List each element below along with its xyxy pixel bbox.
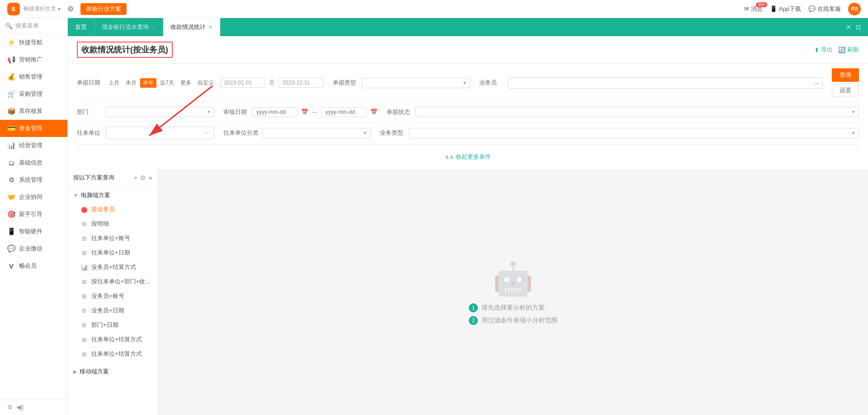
date-from-input[interactable] — [220, 78, 265, 88]
review-date-to-input[interactable] — [321, 107, 367, 117]
sidebar-item-operations[interactable]: 📊 经营管理 — [0, 137, 67, 154]
sidebar-item-guide[interactable]: 🎯 新手引导 — [0, 206, 67, 223]
scheme-item-dept-date[interactable]: ⚙ 部门+日期 — [68, 318, 158, 332]
empty-icon: 🤖 — [493, 259, 533, 298]
gear-icon[interactable]: ⚙ — [64, 3, 77, 15]
scheme-item-partner-date[interactable]: ⊞ 往来单位+日期 — [68, 245, 158, 260]
panel-collapse-icon[interactable]: « — [149, 174, 152, 181]
date-btn-custom[interactable]: 自定义 — [195, 78, 217, 88]
sidebar-item-inventory[interactable]: 📦 库存核算 — [0, 103, 67, 120]
scheme-group-desktop-title[interactable]: ▼ 电脑端方案 — [68, 189, 158, 202]
right-area: 🤖 1 请先选择要分析的方案 2 用过滤条件来缩小分析范围 — [158, 169, 868, 415]
partner-category-select[interactable]: ▾ — [262, 128, 371, 138]
scheme-item-salesperson-date[interactable]: ⚙ 业务员+日期 — [68, 303, 158, 318]
refresh-button[interactable]: 🔄 刷新 — [838, 46, 859, 54]
filter-row-1: 单据日期 上月 本月 本年 近7天 更多 自定义 至 — [77, 64, 859, 102]
online-service-button[interactable]: 💬 在线客服 — [808, 5, 841, 13]
sidebar-item-sales[interactable]: 💰 销售管理 — [0, 68, 67, 85]
scheme-item-partner-dept-collect[interactable]: ⊞ 按往来单位+部门+收... — [68, 274, 158, 289]
date-to-input[interactable] — [278, 78, 324, 88]
date-range: 至 — [220, 78, 324, 88]
empty-tips: 1 请先选择要分析的方案 2 用过滤条件来缩小分析范围 — [469, 303, 557, 325]
sidebar-bottom: ⚙ ◀‖ — [0, 399, 67, 415]
date-btn-thismonth[interactable]: 本月 — [123, 78, 139, 88]
sidebar-item-wechat[interactable]: 💬 企业微信 — [0, 240, 67, 257]
add-scheme-icon[interactable]: + — [134, 174, 137, 181]
filter-row-3: 往来单位 ··· 往来单位分类 ▾ 业务类型 — [77, 122, 859, 144]
scheme-item-salesperson-account[interactable]: ⊞ 业务员+账号 — [68, 289, 158, 303]
review-date-from-input[interactable] — [252, 107, 297, 117]
partner-select[interactable]: ··· — [106, 127, 214, 139]
sidebar-item-member[interactable]: V 畅会员 — [0, 257, 67, 274]
tab-bank-close[interactable]: ✕ — [151, 24, 156, 30]
empty-state: 🤖 1 请先选择要分析的方案 2 用过滤条件来缩小分析范围 — [158, 169, 868, 415]
date-btn-more[interactable]: 更多 — [178, 78, 194, 88]
scheme-item-partner-method[interactable]: ⊞ 往来单位+结算方式 — [68, 332, 158, 347]
settings-button[interactable]: 设置 — [832, 84, 859, 97]
top-bar-right: ✉ 99+ 消息 📱 App下载 💬 在线客服 Rit — [744, 3, 861, 15]
scheme-group-mobile-title[interactable]: ▶ 移动端方案 — [68, 365, 158, 378]
search-menu-item[interactable]: 🔍 搜索菜单 — [0, 18, 67, 34]
logo-icon: 6 — [7, 3, 20, 15]
left-panel-header: 按以下方案查询 + ⚙ « — [68, 169, 158, 187]
page-actions: ⬆ 导出 🔄 刷新 — [814, 46, 859, 54]
filter-biz-type-item: 业务类型 ▾ — [380, 128, 859, 138]
sidebar-item-hardware[interactable]: 📱 智能硬件 — [0, 223, 67, 240]
salesperson-select[interactable]: ··· — [508, 77, 823, 89]
sidebar-item-purchase[interactable]: 🛒 采购管理 — [0, 85, 67, 103]
page-title: 收款情况统计(按业务员) — [77, 42, 173, 58]
close-window-icon[interactable]: ✕ — [844, 23, 853, 31]
sidebar-item-finance[interactable]: 💳 资金管理 — [0, 120, 67, 137]
action-buttons: 查询 设置 — [832, 68, 859, 97]
sidebar-item-basic[interactable]: 🗂 基础信息 — [0, 154, 67, 171]
scheme-group-desktop: ▼ 电脑端方案 ⬤ 按业务员 ⊞ 按明细 ⊞ 往来单位+账号 — [68, 187, 158, 363]
message-button[interactable]: ✉ 99+ 消息 — [744, 5, 763, 13]
date-btn-lastmonth[interactable]: 上月 — [106, 78, 122, 88]
filter-salesperson-item: 业务员 ··· — [479, 77, 823, 89]
scheme-settings-icon[interactable]: ⚙ — [140, 174, 146, 181]
collapse-bar: ∧∧ 收起更多条件 — [77, 144, 859, 169]
filter-review-date-item: 审核日期 📅 — 📅 — [223, 107, 377, 117]
date-btn-thisyear[interactable]: 本年 — [140, 78, 156, 88]
scheme-item-salesperson-method[interactable]: 📊 业务员+结算方式 — [68, 260, 158, 274]
dept-select[interactable]: ▾ — [106, 107, 214, 117]
tab-collection[interactable]: 收款情况统计 ✕ — [163, 18, 220, 36]
export-button[interactable]: ⬆ 导出 — [814, 46, 833, 54]
scheme-item-by-salesperson[interactable]: ⬤ 按业务员 — [68, 202, 158, 217]
tab-collection-close[interactable]: ✕ — [208, 24, 212, 30]
tab-home[interactable]: 首页 — [68, 18, 94, 36]
filter-type-item: 单据类型 ▾ — [333, 78, 470, 88]
biz-type-select[interactable]: ▾ — [409, 128, 859, 138]
top-bar: 6 畅捷通好生意 ▾ ⚙ 体验行业方案 ✉ 99+ 消息 📱 App下载 💬 在… — [0, 0, 868, 18]
query-button[interactable]: 查询 — [832, 68, 859, 82]
page-area: 收款情况统计(按业务员) ⬆ 导出 🔄 刷新 单据日期 上月 — [68, 36, 868, 415]
content-body: 按以下方案查询 + ⚙ « ▼ 电脑端方案 ⬤ 按业务员 — [68, 169, 868, 415]
scheme-item-by-detail[interactable]: ⊞ 按明细 — [68, 217, 158, 231]
empty-tip-2: 2 用过滤条件来缩小分析范围 — [469, 316, 557, 325]
breadcrumb: 畅捷通好生意 ▾ — [24, 5, 61, 13]
empty-tip-1: 1 请先选择要分析的方案 — [469, 303, 557, 312]
sidebar-settings-icon[interactable]: ⚙ — [7, 404, 13, 410]
sidebar: 🔍 搜索菜单 ⚡ 快捷导航 📢 营销推广 💰 销售管理 🛒 采购管理 📦 库存核… — [0, 18, 68, 415]
maximize-window-icon[interactable]: ⊡ — [854, 23, 863, 31]
status-select[interactable]: ▾ — [415, 107, 859, 117]
page-header: 收款情况统计(按业务员) ⬆ 导出 🔄 刷新 — [68, 36, 868, 64]
tab-bar: 首页 现金银行流水查询 ✕ 收款情况统计 ✕ ✕ ⊡ — [68, 18, 868, 36]
collapse-button[interactable]: ∧∧ 收起更多条件 — [445, 148, 491, 165]
sidebar-collapse-icon[interactable]: ◀‖ — [16, 404, 24, 410]
trial-button[interactable]: 体验行业方案 — [80, 3, 127, 15]
tab-bank[interactable]: 现金银行流水查询 ✕ — [94, 18, 163, 36]
filter-status-item: 单据状态 ▾ — [387, 107, 859, 117]
scheme-item-partner-account[interactable]: ⊞ 往来单位+账号 — [68, 231, 158, 245]
sidebar-item-marketing[interactable]: 📢 营销推广 — [0, 51, 67, 68]
sidebar-item-quicknav[interactable]: ⚡ 快捷导航 — [0, 34, 67, 51]
sidebar-item-enterprise[interactable]: 🤝 企业协同 — [0, 189, 67, 206]
avatar[interactable]: Rit — [848, 3, 861, 15]
review-date-range: 📅 — 📅 — [252, 107, 377, 117]
date-btn-7days[interactable]: 近7天 — [157, 78, 177, 88]
filter-area: 单据日期 上月 本月 本年 近7天 更多 自定义 至 — [68, 64, 868, 169]
sidebar-item-system[interactable]: ⚙ 系统管理 — [0, 171, 67, 189]
scheme-item-partner-method2[interactable]: ⊞ 往来单位+结算方式 — [68, 347, 158, 361]
app-download-button[interactable]: 📱 App下载 — [770, 5, 801, 13]
doc-type-select[interactable]: ▾ — [362, 78, 470, 88]
